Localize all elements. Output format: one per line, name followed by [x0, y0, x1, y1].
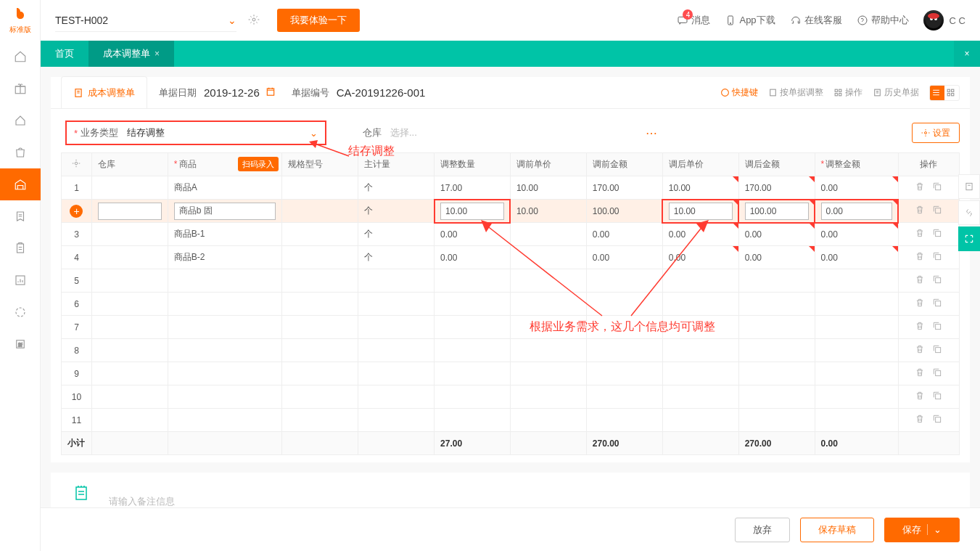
svg-rect-16 — [267, 89, 273, 95]
rail-home[interactable] — [0, 41, 41, 73]
delete-icon[interactable] — [915, 181, 925, 192]
content: 成本调整单 单据日期 2019-12-26 单据编号 CA-20191226-0… — [41, 67, 980, 551]
rail-up[interactable] — [0, 105, 41, 136]
copy-icon[interactable] — [932, 298, 942, 308]
operation-link[interactable]: 操作 — [833, 86, 862, 99]
hotkey-link[interactable]: 快捷键 — [720, 86, 758, 99]
calendar-icon[interactable] — [265, 86, 276, 99]
rail-report[interactable] — [0, 264, 41, 296]
svg-rect-18 — [770, 89, 776, 96]
svg-point-9 — [730, 23, 731, 23]
table-row[interactable]: 10 — [62, 385, 960, 409]
delete-icon[interactable] — [915, 298, 925, 308]
biz-type-select[interactable]: * 业务类型 结存调整 ⌄ — [65, 121, 326, 145]
delete-icon[interactable] — [915, 391, 925, 401]
delete-icon[interactable] — [915, 321, 925, 331]
table-row[interactable]: 8 — [62, 339, 960, 362]
support-label: 在线客服 — [804, 14, 842, 27]
avatar[interactable] — [923, 10, 944, 30]
th-price-after: 调后单价 — [662, 153, 738, 176]
table-row[interactable]: 1商品A个17.0010.00170.0010.00170.000.00 — [62, 176, 960, 200]
gear-icon[interactable] — [248, 14, 260, 28]
copy-icon[interactable] — [932, 321, 942, 331]
store-selector[interactable]: TEST-H002 ⌄ — [55, 9, 236, 32]
tab-home[interactable]: 首页 — [41, 41, 88, 67]
svg-point-14 — [928, 13, 939, 19]
copy-icon[interactable] — [932, 274, 942, 285]
scan-input-btn[interactable]: 扫码录入 — [238, 157, 279, 171]
copy-icon[interactable] — [932, 205, 942, 215]
add-row-button[interactable]: + — [70, 205, 83, 218]
svg-rect-38 — [936, 325, 941, 330]
view-grid[interactable] — [944, 86, 959, 100]
table-row[interactable]: 4商品B-2个0.000.000.000.000.00 — [62, 246, 960, 269]
help-link[interactable]: 帮助中心 — [857, 14, 909, 27]
rail-note[interactable] — [958, 174, 980, 199]
history-link[interactable]: 历史单据 — [873, 86, 919, 99]
rail-link[interactable] — [958, 200, 980, 225]
support-link[interactable]: 在线客服 — [790, 14, 842, 27]
close-all-button[interactable]: × — [954, 41, 980, 67]
chevron-down-icon: ⌄ — [927, 524, 942, 535]
svg-point-17 — [722, 89, 729, 97]
filter-row: * 业务类型 结存调整 ⌄ 仓库 选择... ⋯ 设置 结存调整 — [51, 109, 970, 152]
rail-money[interactable] — [0, 200, 41, 232]
svg-text:新: 新 — [18, 342, 22, 347]
rail-gift[interactable] — [0, 73, 41, 105]
draft-button[interactable]: 保存草稿 — [800, 518, 874, 542]
rail-expand[interactable] — [958, 226, 980, 251]
delete-icon[interactable] — [915, 251, 925, 261]
table-row[interactable]: 3商品B-1个0.000.000.000.000.00 — [62, 223, 960, 246]
gear-icon — [921, 128, 930, 137]
copy-icon[interactable] — [932, 181, 942, 192]
rail-warehouse[interactable] — [0, 168, 41, 200]
copy-icon[interactable] — [932, 367, 942, 377]
copy-icon[interactable] — [932, 391, 942, 401]
table-row[interactable]: 11 — [62, 409, 960, 432]
table-row[interactable]: 5 — [62, 269, 960, 293]
warehouse-select[interactable]: 仓库 选择... — [355, 121, 559, 145]
copy-icon[interactable] — [932, 251, 942, 261]
svg-rect-22 — [839, 94, 841, 96]
doc-date-field[interactable]: 单据日期 2019-12-26 — [159, 86, 276, 99]
by-order-link[interactable]: 按单据调整 — [768, 86, 823, 99]
doc-actions: 快捷键 按单据调整 操作 历史单据 — [720, 85, 960, 101]
close-icon[interactable]: × — [155, 49, 160, 59]
delete-icon[interactable] — [915, 274, 925, 285]
messages-link[interactable]: 4 消息 — [677, 14, 710, 27]
rail-new[interactable]: 新 — [0, 328, 41, 360]
remark-input[interactable] — [109, 496, 958, 507]
copy-icon[interactable] — [932, 414, 942, 424]
delete-icon[interactable] — [915, 414, 925, 424]
svg-rect-42 — [936, 417, 941, 423]
help-label: 帮助中心 — [871, 14, 909, 27]
th-gear[interactable] — [62, 153, 92, 176]
rail-clipboard[interactable] — [0, 232, 41, 264]
warehouse-placeholder: 选择... — [390, 126, 417, 139]
tab-cost-adjust[interactable]: 成本调整单× — [88, 41, 174, 67]
view-list[interactable] — [930, 86, 944, 100]
table-row[interactable]: +商品b 固个10.0010.00100.0010.00100.000.00 — [62, 200, 960, 223]
rail-bag[interactable] — [0, 136, 41, 168]
doc-number-value: CA-20191226-001 — [337, 86, 426, 99]
delete-icon[interactable] — [915, 205, 925, 215]
table-row[interactable]: 9 — [62, 362, 960, 385]
delete-icon[interactable] — [915, 344, 925, 354]
settings-button[interactable]: 设置 — [912, 123, 960, 143]
messages-label: 消息 — [691, 14, 710, 27]
copy-icon[interactable] — [932, 228, 942, 238]
more-filters[interactable]: ⋯ — [646, 126, 659, 140]
copy-icon[interactable] — [932, 344, 942, 354]
app-download-link[interactable]: App下载 — [725, 14, 775, 27]
try-button[interactable]: 我要体验一下 — [277, 9, 360, 32]
left-rail: 标准版 新 — [0, 0, 41, 551]
chevron-down-icon: ⌄ — [228, 15, 236, 26]
th-amt-after: 调后金额 — [738, 153, 815, 176]
table-row[interactable]: 7 — [62, 316, 960, 339]
save-button[interactable]: 保存⌄ — [884, 518, 960, 542]
delete-icon[interactable] — [915, 228, 925, 238]
table-row[interactable]: 6 — [62, 293, 960, 316]
delete-icon[interactable] — [915, 367, 925, 377]
discard-button[interactable]: 放弃 — [735, 518, 790, 542]
rail-loading[interactable] — [0, 296, 41, 328]
